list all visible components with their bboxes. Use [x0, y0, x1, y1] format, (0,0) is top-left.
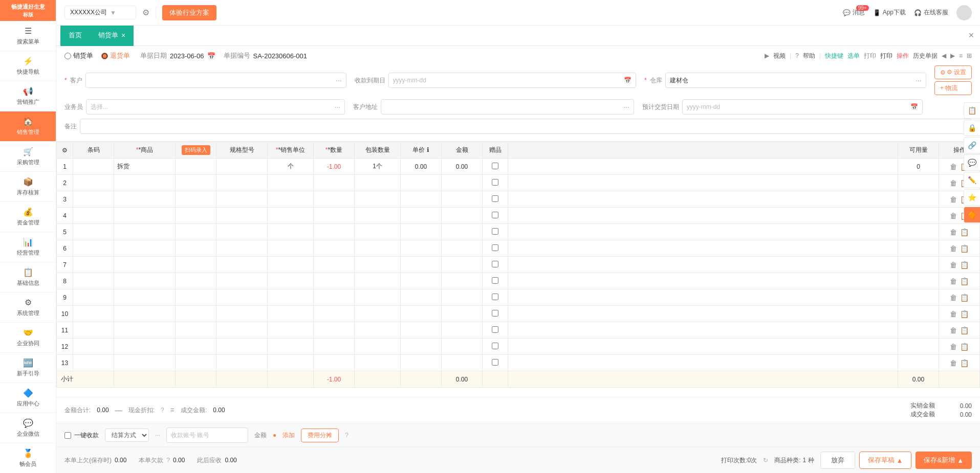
payment-method-select[interactable]: 结算方式 — [105, 429, 149, 442]
cell-product-1[interactable]: 拆货 — [114, 159, 176, 175]
copy-icon-12[interactable]: 📋 — [960, 343, 969, 351]
gift-checkbox-12[interactable] — [492, 343, 498, 349]
copy-icon-5[interactable]: 📋 — [960, 228, 969, 236]
quick-panel-notes[interactable]: 📋 — [964, 102, 980, 119]
cell-amount-7[interactable] — [442, 257, 483, 273]
gift-checkbox-2[interactable] — [492, 179, 498, 186]
gift-checkbox-6[interactable] — [492, 244, 498, 251]
gift-checkbox-11[interactable] — [492, 326, 498, 333]
cell-spec-7[interactable] — [216, 257, 268, 273]
cell-unit-2[interactable] — [268, 175, 314, 191]
cell-gift-6[interactable] — [483, 240, 508, 257]
sidebar-item-finance[interactable]: 💰 资金管理 — [0, 202, 56, 232]
cell-pkg-qty-7[interactable] — [355, 257, 401, 273]
cell-unit-price-9[interactable] — [401, 289, 442, 306]
logistics-button[interactable]: + 物流 — [934, 81, 972, 95]
cell-barcode-10[interactable] — [73, 306, 114, 322]
gift-checkbox-8[interactable] — [492, 277, 498, 284]
cell-unit-7[interactable] — [268, 257, 314, 273]
cell-qty-4[interactable] — [314, 208, 355, 224]
gift-checkbox-9[interactable] — [492, 294, 498, 300]
delete-icon-3[interactable]: 🗑 — [950, 195, 957, 204]
cell-pkg-qty-8[interactable] — [355, 273, 401, 289]
cell-product-9[interactable] — [114, 289, 176, 306]
add-button[interactable]: 添加 — [282, 431, 295, 440]
salesperson-input[interactable]: 选择... ··· — [86, 99, 345, 115]
cell-amount-11[interactable] — [442, 322, 483, 339]
gear-icon[interactable]: ⚙ — [142, 8, 149, 17]
sidebar-item-marketing[interactable]: 📢 营销推广 — [0, 81, 56, 111]
cell-spec-10[interactable] — [216, 306, 268, 322]
sidebar-item-system[interactable]: ⚙ 系统管理 — [0, 292, 56, 323]
cell-pkg-qty-4[interactable] — [355, 208, 401, 224]
scan-button[interactable]: 扫码录入 — [182, 145, 210, 155]
delete-icon-5[interactable]: 🗑 — [950, 228, 957, 236]
cell-barcode-5[interactable] — [73, 224, 114, 240]
gift-checkbox-7[interactable] — [492, 261, 498, 267]
cell-unit-11[interactable] — [268, 322, 314, 339]
delete-icon-10[interactable]: 🗑 — [950, 310, 957, 318]
cell-spec-13[interactable] — [216, 355, 268, 371]
cell-pkg-qty-12[interactable] — [355, 339, 401, 355]
cell-amount-8[interactable] — [442, 273, 483, 289]
cell-amount-9[interactable] — [442, 289, 483, 306]
cell-gift-3[interactable] — [483, 191, 508, 208]
expected-date-input[interactable]: yyyy-mm-dd 📅 — [682, 99, 923, 115]
cell-unit-13[interactable] — [268, 355, 314, 371]
cell-barcode-4[interactable] — [73, 208, 114, 224]
cell-pkg-qty-3[interactable] — [355, 191, 401, 208]
cell-product-8[interactable] — [114, 273, 176, 289]
cell-spec-3[interactable] — [216, 191, 268, 208]
cell-amount-10[interactable] — [442, 306, 483, 322]
sidebar-item-inventory[interactable]: 📦 库存核算 — [0, 172, 56, 202]
copy-icon-9[interactable]: 📋 — [960, 294, 969, 302]
radio-return-order[interactable]: 退货单 — [101, 51, 130, 60]
cell-unit-price-6[interactable] — [401, 240, 442, 257]
online-support-item[interactable]: 🎧 在线客服 — [914, 8, 948, 17]
cell-qty-3[interactable] — [314, 191, 355, 208]
cell-spec-5[interactable] — [216, 224, 268, 240]
copy-icon-7[interactable]: 📋 — [960, 261, 969, 269]
cell-qty-8[interactable] — [314, 273, 355, 289]
gift-checkbox-3[interactable] — [492, 195, 498, 202]
notes-input[interactable] — [80, 119, 972, 134]
cell-product-11[interactable] — [114, 322, 176, 339]
delete-icon-6[interactable]: 🗑 — [950, 244, 957, 253]
select-btn[interactable]: 选单 — [847, 52, 860, 60]
cell-barcode-1[interactable] — [73, 159, 114, 175]
next-btn[interactable]: ▶ — [950, 52, 955, 59]
quick-panel-edit[interactable]: ✏️ — [964, 172, 980, 188]
cell-unit-price-11[interactable] — [401, 322, 442, 339]
cell-amount-1[interactable]: 0.00 — [442, 159, 483, 175]
payment-due-input[interactable]: yyyy-mm-dd 📅 — [388, 73, 637, 88]
cell-qty-5[interactable] — [314, 224, 355, 240]
delete-icon-8[interactable]: 🗑 — [950, 277, 957, 285]
cell-unit-10[interactable] — [268, 306, 314, 322]
avatar[interactable] — [956, 5, 972, 20]
cell-gift-12[interactable] — [483, 339, 508, 355]
cell-unit-3[interactable] — [268, 191, 314, 208]
gift-checkbox-5[interactable] — [492, 228, 498, 235]
cell-barcode-7[interactable] — [73, 257, 114, 273]
shortcut-btn[interactable]: 快捷键 — [825, 52, 843, 60]
cell-qty-2[interactable] — [314, 175, 355, 191]
copy-icon-11[interactable]: 📋 — [960, 326, 969, 334]
cell-unit-8[interactable] — [268, 273, 314, 289]
cell-spec-2[interactable] — [216, 175, 268, 191]
discard-button[interactable]: 放弃 — [820, 452, 855, 469]
list-view-btn[interactable]: ≡ — [959, 52, 963, 59]
copy-icon-10[interactable]: 📋 — [960, 310, 969, 318]
print-btn[interactable]: 打印 — [864, 52, 876, 60]
cell-barcode-3[interactable] — [73, 191, 114, 208]
cell-pkg-qty-5[interactable] — [355, 224, 401, 240]
cell-pkg-qty-6[interactable] — [355, 240, 401, 257]
cell-gift-2[interactable] — [483, 175, 508, 191]
history-btn[interactable]: 历史单据 — [913, 52, 938, 60]
delete-icon-2[interactable]: 🗑 — [950, 179, 957, 187]
cell-spec-11[interactable] — [216, 322, 268, 339]
fee-split-button[interactable]: 费用分摊 — [301, 429, 339, 442]
gift-checkbox-1[interactable] — [492, 163, 498, 169]
prev-btn[interactable]: ◀ — [942, 52, 946, 59]
trial-button[interactable]: 体验行业方案 — [162, 5, 216, 20]
quick-panel-star[interactable]: ⭐ — [964, 189, 980, 206]
